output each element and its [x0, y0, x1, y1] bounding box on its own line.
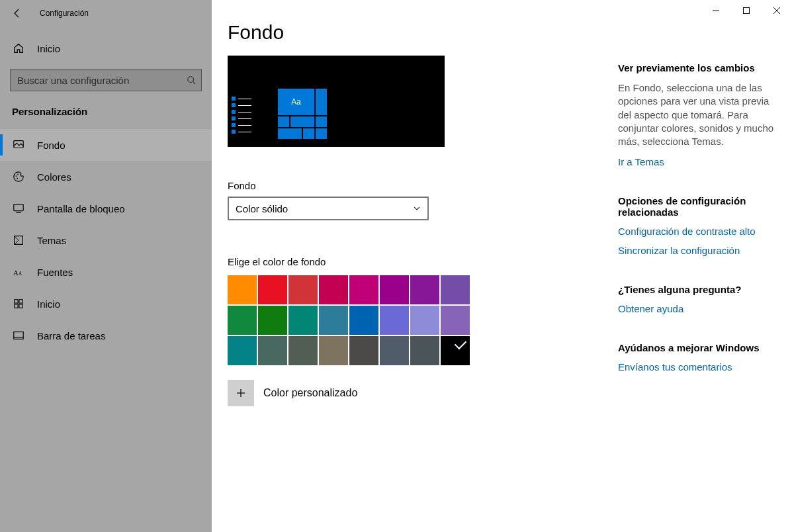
preview-tiles: Aa: [278, 89, 327, 139]
info-heading: Ver previamente los cambios: [618, 62, 777, 73]
info-preview-block: Ver previamente los cambios En Fondo, se…: [618, 62, 777, 167]
content: Fondo Aa: [212, 0, 618, 532]
color-swatch[interactable]: [349, 306, 378, 335]
color-swatch[interactable]: [410, 306, 439, 335]
svg-rect-6: [14, 204, 23, 211]
info-feedback-block: Ayúdanos a mejorar Windows Envíanos tus …: [618, 342, 777, 373]
maximize-button[interactable]: [731, 0, 762, 21]
info-pane: Ver previamente los cambios En Fondo, se…: [618, 0, 792, 532]
search-wrap: [0, 64, 212, 97]
dropdown-value: Color sólido: [236, 203, 288, 214]
svg-text:A: A: [19, 271, 22, 277]
temas-icon: [12, 234, 25, 247]
link-comentarios[interactable]: Envíanos tus comentarios: [618, 361, 777, 373]
search-box[interactable]: [10, 69, 202, 91]
svg-point-0: [188, 77, 194, 83]
info-heading: ¿Tienes alguna pregunta?: [618, 284, 777, 295]
minimize-button[interactable]: [701, 0, 731, 21]
sidebar-item-label: Temas: [37, 235, 66, 246]
custom-color-row: Color personalizado: [228, 380, 618, 406]
sidebar-item-taskbar[interactable]: Barra de tareas: [0, 320, 212, 351]
preview-tile-big: Aa: [278, 89, 314, 115]
svg-rect-15: [14, 332, 23, 339]
fuentes-icon: AA: [12, 265, 25, 279]
link-ir-a-temas[interactable]: Ir a Temas: [618, 156, 777, 167]
link-obtener-ayuda[interactable]: Obtener ayuda: [618, 303, 777, 314]
search-icon: [181, 75, 201, 85]
color-swatch[interactable]: [441, 336, 470, 365]
svg-point-4: [17, 174, 19, 175]
svg-text:A: A: [13, 269, 19, 277]
color-swatch-grid: [228, 275, 470, 365]
color-swatch[interactable]: [258, 336, 287, 365]
sidebar-item-label: Fondo: [37, 140, 66, 151]
home-icon: [12, 42, 25, 55]
info-help-block: ¿Tienes alguna pregunta? Obtener ayuda: [618, 284, 777, 314]
color-swatch[interactable]: [410, 275, 439, 304]
color-swatch[interactable]: [410, 336, 439, 365]
preview-taskbar: [232, 97, 251, 134]
colores-icon: [12, 170, 25, 183]
taskbar-icon: [12, 329, 25, 342]
background-dropdown[interactable]: Color sólido: [228, 197, 429, 220]
window-title: Configuración: [40, 9, 89, 18]
plus-icon: [236, 388, 246, 398]
page-title: Fondo: [228, 21, 618, 44]
sidebar-item-label: Fuentes: [37, 267, 73, 278]
color-swatch[interactable]: [380, 275, 409, 304]
main: Fondo Aa: [212, 0, 792, 532]
color-swatch[interactable]: [319, 336, 348, 365]
color-swatch[interactable]: [380, 306, 409, 335]
color-swatch[interactable]: [349, 336, 378, 365]
pick-color-label: Elige el color de fondo: [228, 256, 618, 267]
info-related-block: Opciones de configuración relacionadas C…: [618, 195, 777, 256]
nav-list: FondoColoresPantalla de bloqueoTemasAAFu…: [0, 129, 212, 351]
sidebar-item-label: Inicio: [37, 298, 60, 310]
sidebar-item-label: Colores: [37, 171, 71, 183]
color-swatch[interactable]: [288, 306, 318, 335]
color-swatch[interactable]: [319, 306, 348, 335]
custom-color-button[interactable]: [228, 380, 254, 406]
sidebar-item-fuentes[interactable]: AAFuentes: [0, 256, 212, 288]
svg-point-3: [16, 175, 17, 177]
color-swatch[interactable]: [349, 275, 378, 304]
sidebar-item-pantalla[interactable]: Pantalla de bloqueo: [0, 193, 212, 224]
info-heading: Opciones de configuración relacionadas: [618, 195, 777, 218]
color-swatch[interactable]: [441, 275, 470, 304]
color-swatch[interactable]: [380, 336, 409, 365]
color-swatch[interactable]: [441, 306, 470, 335]
color-swatch[interactable]: [258, 306, 287, 335]
custom-color-label: Color personalizado: [263, 387, 357, 399]
info-heading: Ayúdanos a mejorar Windows: [618, 342, 777, 353]
sidebar-item-temas[interactable]: Temas: [0, 224, 212, 256]
background-field-label: Fondo: [228, 180, 618, 191]
svg-rect-12: [19, 300, 22, 303]
sidebar-item-label: Barra de tareas: [37, 330, 105, 341]
link-sincronizar[interactable]: Sincronizar la configuración: [618, 245, 777, 256]
color-swatch[interactable]: [228, 336, 257, 365]
color-swatch[interactable]: [319, 275, 348, 304]
sidebar: Configuración Inicio Personalización Fon…: [0, 0, 212, 532]
sidebar-item-inicio[interactable]: Inicio: [0, 288, 212, 320]
svg-rect-20: [744, 8, 750, 14]
svg-rect-14: [19, 304, 22, 308]
fondo-icon: [12, 138, 25, 152]
sidebar-item-fondo[interactable]: Fondo: [0, 129, 212, 161]
back-button[interactable]: [11, 7, 24, 20]
chevron-down-icon: [413, 203, 421, 214]
color-swatch[interactable]: [288, 275, 318, 304]
color-swatch[interactable]: [258, 275, 287, 304]
svg-point-5: [17, 178, 18, 179]
sidebar-header: Configuración: [0, 0, 212, 26]
sidebar-item-colores[interactable]: Colores: [0, 161, 212, 193]
search-input[interactable]: [11, 75, 181, 86]
home-label: Inicio: [37, 43, 60, 54]
sidebar-home[interactable]: Inicio: [0, 33, 212, 64]
link-contraste-alto[interactable]: Configuración de contraste alto: [618, 226, 777, 237]
color-swatch[interactable]: [228, 306, 257, 335]
color-swatch[interactable]: [288, 336, 318, 365]
color-swatch[interactable]: [228, 275, 257, 304]
svg-line-1: [193, 82, 196, 85]
svg-rect-11: [15, 300, 18, 303]
close-button[interactable]: [762, 0, 792, 21]
